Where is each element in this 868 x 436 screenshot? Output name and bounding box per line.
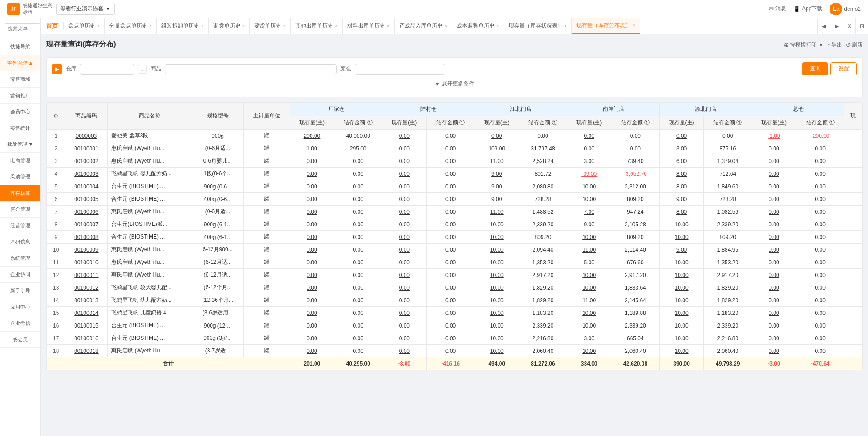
cell-c4-qty[interactable]: 10.00 xyxy=(567,269,611,281)
cell-c4-qty[interactable]: 10.00 xyxy=(567,231,611,244)
close-icon[interactable]: × xyxy=(149,23,152,28)
cell-c3-qty[interactable]: 9.00 xyxy=(475,193,519,206)
cell-tot-qty[interactable]: 0.00 xyxy=(752,281,796,294)
close-icon[interactable]: × xyxy=(387,23,390,28)
tab-pandian[interactable]: 盘点单历史 × xyxy=(64,18,105,34)
cell-c5-qty[interactable]: 8.00 xyxy=(660,206,703,218)
cell-c3-qty[interactable]: 10.00 xyxy=(475,294,519,307)
cell-c3-qty[interactable]: 11.00 xyxy=(475,206,519,218)
cell-tot-qty[interactable]: 0.00 xyxy=(752,206,796,218)
cell-c2-qty[interactable]: 0.00 xyxy=(382,294,426,307)
cell-c5-qty[interactable]: 10.00 xyxy=(660,218,703,231)
cell-c1-qty[interactable]: 0.00 xyxy=(290,307,334,319)
cell-c5-qty[interactable]: 10.00 xyxy=(660,307,703,319)
tab-zuzhuang[interactable]: 组装拆卸单历史 × xyxy=(157,18,209,34)
query-button[interactable]: 查询 xyxy=(802,62,828,75)
close-icon[interactable]: × xyxy=(444,23,447,28)
sidebar-item-jingying[interactable]: 经营管理 xyxy=(0,218,40,234)
cell-c3-qty[interactable]: 10.00 xyxy=(475,332,519,345)
cell-c1-qty[interactable]: 200.00 xyxy=(290,130,334,142)
cell-c3-qty[interactable]: 10.00 xyxy=(475,345,519,357)
cell-code[interactable]: 00100001 xyxy=(65,142,108,155)
cell-c2-qty[interactable]: 0.00 xyxy=(382,307,426,319)
cell-code[interactable]: 00100015 xyxy=(65,319,108,332)
message-action[interactable]: ✉ 消息 xyxy=(769,5,786,13)
cell-code[interactable]: 00100006 xyxy=(65,206,108,218)
cell-c3-qty[interactable]: 10.00 xyxy=(475,269,519,281)
cell-c4-qty[interactable]: 10.00 xyxy=(567,281,611,294)
cell-tot-qty[interactable]: 0.00 xyxy=(752,168,796,180)
cell-c2-qty[interactable]: 0.00 xyxy=(382,206,426,218)
sidebar-item-lingshoushangcheng[interactable]: 零售商城 xyxy=(0,71,40,88)
refresh-action[interactable]: ↺ 刷新 xyxy=(846,41,863,49)
sidebar-item-lingshou[interactable]: 零售管理 ▲ xyxy=(0,55,40,71)
tab-fenpandian[interactable]: 分量盘点单历史 × xyxy=(105,18,157,34)
cell-c1-qty[interactable]: 0.00 xyxy=(290,294,334,307)
sidebar-item-zijin[interactable]: 资金管理 xyxy=(0,202,40,218)
cell-code[interactable]: 00100016 xyxy=(65,332,108,345)
cell-c2-qty[interactable]: 0.00 xyxy=(382,345,426,357)
tab-cailiao[interactable]: 材料出库单历史 × xyxy=(343,18,395,34)
cell-c1-qty[interactable]: 1.00 xyxy=(290,142,334,155)
cell-c4-qty[interactable]: 11.00 xyxy=(567,294,611,307)
cell-c2-qty[interactable]: 0.00 xyxy=(382,180,426,193)
settings-button[interactable]: 设置 xyxy=(830,62,857,75)
filter-toggle-btn[interactable]: ▶ xyxy=(52,64,62,74)
cell-c4-qty[interactable]: 7.00 xyxy=(567,206,611,218)
cell-code[interactable]: 0000003 xyxy=(65,130,108,142)
cell-c4-qty[interactable]: 3.00 xyxy=(567,155,611,168)
cell-c1-qty[interactable]: 0.00 xyxy=(290,231,334,244)
cell-c1-qty[interactable]: 0.00 xyxy=(290,256,334,269)
cell-c1-qty[interactable]: 0.00 xyxy=(290,319,334,332)
cell-c4-qty[interactable]: -39.00 xyxy=(567,168,611,180)
user-action[interactable]: Ea demo2 xyxy=(830,3,861,15)
tab-chuku[interactable]: 其他出库单历史 × xyxy=(291,18,343,34)
cell-c2-qty[interactable]: 0.00 xyxy=(382,168,426,180)
cell-c4-qty[interactable]: 11.00 xyxy=(567,244,611,256)
product-input[interactable]: babycare孕妇待产包 春季入院全套母子组合孕妇产后冬季月子用品 22件套 … xyxy=(165,64,337,74)
cell-c3-qty[interactable]: 109.00 xyxy=(475,142,519,155)
cell-c5-qty[interactable]: 9.00 xyxy=(660,193,703,206)
cell-c5-qty[interactable]: 10.00 xyxy=(660,332,703,345)
sidebar-item-dianshang[interactable]: 电商管理 xyxy=(0,153,40,169)
cell-c4-qty[interactable]: 0.00 xyxy=(567,142,611,155)
cell-c5-qty[interactable]: 3.00 xyxy=(660,142,703,155)
cell-tot-qty[interactable]: 0.00 xyxy=(752,256,796,269)
cell-c1-qty[interactable]: 0.00 xyxy=(290,155,334,168)
cell-c5-qty[interactable]: 10.00 xyxy=(660,345,703,357)
cell-c1-qty[interactable]: 0.00 xyxy=(290,180,334,193)
cell-c5-qty[interactable]: 10.00 xyxy=(660,231,703,244)
close-icon[interactable]: × xyxy=(565,23,567,28)
cell-c2-qty[interactable]: 0.00 xyxy=(382,256,426,269)
close-icon[interactable]: × xyxy=(242,23,245,28)
cell-c4-qty[interactable]: 3.00 xyxy=(567,332,611,345)
cell-tot-qty[interactable]: 0.00 xyxy=(752,319,796,332)
cell-c2-qty[interactable]: 0.00 xyxy=(382,231,426,244)
th-gear[interactable]: ⚙ xyxy=(47,103,65,130)
cell-c3-qty[interactable]: 9.00 xyxy=(475,180,519,193)
sidebar-item-kucun[interactable]: 库存核算 xyxy=(0,185,40,202)
color-input[interactable] xyxy=(355,64,445,75)
close-icon[interactable]: × xyxy=(283,23,286,28)
cell-tot-qty[interactable]: 0.00 xyxy=(752,332,796,345)
sidebar-item-jichu[interactable]: 基础信息 xyxy=(0,234,40,250)
cell-c2-qty[interactable]: 0.00 xyxy=(382,193,426,206)
cell-code[interactable]: 00100004 xyxy=(65,180,108,193)
cell-tot-qty[interactable]: -1.00 xyxy=(752,130,796,142)
cell-tot-qty[interactable]: 0.00 xyxy=(752,193,796,206)
cell-c4-qty[interactable]: 10.00 xyxy=(567,307,611,319)
warehouse-dots-btn[interactable]: ... xyxy=(138,65,147,74)
close-icon[interactable]: × xyxy=(335,23,338,28)
cell-c4-qty[interactable]: 10.00 xyxy=(567,345,611,357)
cell-c5-qty[interactable]: 8.00 xyxy=(660,180,703,193)
cell-c3-qty[interactable]: 10.00 xyxy=(475,281,519,294)
cell-c3-qty[interactable]: 10.00 xyxy=(475,244,519,256)
cell-c3-qty[interactable]: 9.00 xyxy=(475,168,519,180)
cell-tot-qty[interactable]: 0.00 xyxy=(752,218,796,231)
tab-chengpin[interactable]: 产成品入库单历史 × xyxy=(395,18,452,34)
sidebar-item-changhui[interactable]: 畅会员 xyxy=(0,332,40,348)
sidebar-item-yingxiao[interactable]: 营销推广 xyxy=(0,88,40,104)
sidebar-item-wechat[interactable]: 企业微信 xyxy=(0,315,40,332)
cell-c3-qty[interactable]: 10.00 xyxy=(475,307,519,319)
cell-code[interactable]: 00100013 xyxy=(65,294,108,307)
